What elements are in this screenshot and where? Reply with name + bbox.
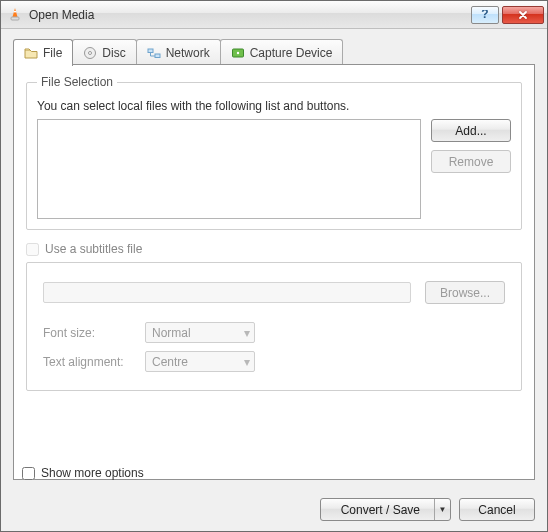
- triangle-down-icon: ▼: [439, 505, 447, 514]
- subtitles-group: Browse... Font size: Normal ▾ Text align…: [26, 262, 522, 391]
- convert-save-label: Convert / Save: [331, 503, 430, 517]
- tab-network-label: Network: [166, 46, 210, 60]
- svg-rect-1: [14, 11, 16, 12]
- tab-panel-file: File Selection You can select local file…: [13, 64, 535, 480]
- chevron-down-icon: ▾: [244, 355, 250, 369]
- font-size-value: Normal: [152, 326, 191, 340]
- alignment-value: Centre: [152, 355, 188, 369]
- svg-point-8: [237, 51, 239, 53]
- browse-button: Browse...: [425, 281, 505, 304]
- help-button[interactable]: ?: [471, 6, 499, 24]
- tab-network[interactable]: Network: [136, 39, 221, 65]
- app-icon: [7, 7, 23, 23]
- alignment-label: Text alignment:: [43, 355, 139, 369]
- use-subtitles-row: Use a subtitles file: [26, 242, 522, 256]
- remove-button: Remove: [431, 150, 511, 173]
- client-area: File Disc Network Capture Device: [1, 29, 547, 490]
- file-selection-help: You can select local files with the foll…: [37, 99, 511, 113]
- capture-icon: [231, 46, 245, 60]
- cancel-button[interactable]: Cancel: [459, 498, 535, 521]
- tab-strip: File Disc Network Capture Device: [13, 39, 535, 65]
- chevron-down-icon: ▾: [244, 326, 250, 340]
- tab-capture-label: Capture Device: [250, 46, 333, 60]
- show-more-label: Show more options: [41, 466, 144, 480]
- file-selection-group: File Selection You can select local file…: [26, 75, 522, 230]
- convert-save-dropdown[interactable]: ▼: [434, 499, 450, 520]
- tab-file-label: File: [43, 46, 62, 60]
- file-list[interactable]: [37, 119, 421, 219]
- add-button[interactable]: Add...: [431, 119, 511, 142]
- svg-rect-6: [155, 54, 160, 58]
- svg-text:?: ?: [481, 10, 488, 20]
- show-more-row: Show more options: [22, 466, 144, 480]
- convert-save-button[interactable]: Convert / Save ▼: [320, 498, 451, 521]
- open-media-dialog: { "window": { "title": "Open Media" }, "…: [0, 0, 548, 532]
- disc-icon: [83, 46, 97, 60]
- window-controls: ?: [471, 6, 544, 24]
- tab-file[interactable]: File: [13, 39, 73, 66]
- title-bar: Open Media ?: [1, 1, 547, 29]
- use-subtitles-label: Use a subtitles file: [45, 242, 142, 256]
- font-size-label: Font size:: [43, 326, 139, 340]
- window-title: Open Media: [29, 8, 465, 22]
- subtitles-path-input: [43, 282, 411, 303]
- file-icon: [24, 46, 38, 60]
- network-icon: [147, 46, 161, 60]
- font-size-combo: Normal ▾: [145, 322, 255, 343]
- close-button[interactable]: [502, 6, 544, 24]
- alignment-combo: Centre ▾: [145, 351, 255, 372]
- tab-disc-label: Disc: [102, 46, 125, 60]
- tab-capture[interactable]: Capture Device: [220, 39, 344, 65]
- svg-rect-5: [148, 49, 153, 53]
- dialog-footer: Convert / Save ▼ Cancel: [1, 490, 547, 531]
- svg-point-4: [89, 51, 92, 54]
- file-selection-legend: File Selection: [37, 75, 117, 89]
- show-more-checkbox[interactable]: [22, 467, 35, 480]
- tab-disc[interactable]: Disc: [72, 39, 136, 65]
- svg-rect-0: [11, 17, 19, 20]
- use-subtitles-checkbox[interactable]: [26, 243, 39, 256]
